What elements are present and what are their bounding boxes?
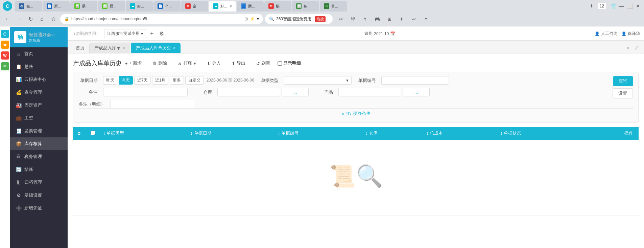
app-icon-chanjet[interactable]: C	[1, 30, 9, 38]
sidebar-item-checkout[interactable]: 🔄 结账	[10, 163, 68, 176]
detail-remark-input[interactable]	[111, 100, 195, 108]
user-avatar[interactable]: 👤 徐泽华	[621, 31, 640, 37]
page-tab-list[interactable]: 产成品入库单 ×	[89, 43, 130, 53]
warehouse-input[interactable]	[217, 88, 280, 96]
org-settings-button[interactable]: ⚙	[158, 30, 165, 37]
close-window-button[interactable]: ✕	[635, 3, 641, 9]
sidebar-item-inventory[interactable]: 📦 库存核算	[10, 137, 68, 150]
browser-tabs: 在 在... 📄 新... 📊 易... 📊 易... ☁ 好...	[15, 1, 586, 12]
breadcrumb-home[interactable]: 首页	[72, 43, 89, 53]
warehouse-ellipsis[interactable]: ...	[282, 88, 309, 96]
date-btn-1month[interactable]: 近1月	[152, 76, 169, 85]
refresh-button[interactable]: ↺ 刷新	[253, 59, 273, 68]
app-icon-email[interactable]: ✉	[1, 62, 9, 70]
print-button[interactable]: 🖨 打印 ▾	[174, 59, 199, 68]
date-btn-custom[interactable]: 自定义	[185, 76, 204, 85]
browser-tab-2[interactable]: 📄 新...	[43, 1, 70, 12]
browser-tab-4[interactable]: 📊 易...	[98, 1, 125, 12]
minimize-button[interactable]: —	[618, 3, 625, 9]
app-icon-weibo[interactable]: W	[1, 51, 9, 60]
bill-type-select[interactable]: ▾	[284, 76, 352, 85]
col-bill-type[interactable]: ↕ 单据类型	[99, 127, 186, 140]
browser-tab-7[interactable]: C 企...	[181, 1, 208, 12]
cut-icon-btn[interactable]: ✂	[336, 14, 345, 24]
bill-no-input[interactable]	[381, 76, 449, 85]
col-bill-no[interactable]: ↕ 单据编号	[274, 127, 361, 140]
browser-tab-8[interactable]: ☁ 好... ×	[209, 1, 236, 12]
sidebar-item-cloud-report[interactable]: 📊 云报表中心	[10, 73, 68, 86]
sidebar-item-payroll[interactable]: 💼 工资	[10, 112, 68, 125]
browser-tab-11[interactable]: 📊 各...	[292, 1, 319, 12]
sidebar-item-tax[interactable]: 🏛 税务管理	[10, 150, 68, 163]
sidebar-item-archive[interactable]: 🗄 归档管理	[10, 176, 68, 189]
help-button[interactable]: 👤 人工咨询	[595, 31, 617, 37]
sidebar-item-settings[interactable]: ⚙ 基础设置	[10, 189, 68, 202]
select-all-checkbox[interactable]	[91, 131, 95, 135]
sidebar-item-invoice[interactable]: 🧾 发票管理	[10, 125, 68, 137]
sidebar-item-new-voucher[interactable]: ➕ 新增凭证	[10, 202, 68, 215]
sidebar-label-new-voucher: 新增凭证	[24, 205, 42, 211]
sun-icon-btn[interactable]: ☀	[397, 14, 406, 24]
tab-history-close[interactable]: ×	[173, 46, 175, 50]
collapse-bar[interactable]: ∧ 收起更多条件	[79, 108, 633, 118]
date-btn-yesterday[interactable]: 昨天	[103, 76, 117, 85]
tab-list-close[interactable]: ×	[123, 46, 125, 50]
browser-tab-1[interactable]: 在 在...	[15, 1, 42, 12]
browser-tab-3[interactable]: 📊 易...	[70, 1, 97, 12]
date-btn-more[interactable]: 更多	[170, 76, 184, 85]
remark-input[interactable]	[103, 88, 188, 96]
browser-tab-10[interactable]: M 畅...	[264, 1, 291, 12]
tab-8-close[interactable]: ×	[230, 4, 232, 8]
translate-icon-btn[interactable]: 译	[348, 14, 358, 24]
filter-main: 单据日期 昨天 今天 近7天 近1月 更多 自定义 2023-06-06 至 2…	[79, 76, 633, 108]
add-button[interactable]: + + 新增	[122, 59, 145, 68]
import-button[interactable]: ⬇ 导入	[204, 59, 224, 68]
grid-view-btn[interactable]: ⊞	[385, 14, 394, 24]
query-button[interactable]: 查询	[613, 76, 633, 86]
col-bill-date[interactable]: ↕ 单据日期	[186, 127, 273, 140]
col-bill-status[interactable]: ↕ 单据状态	[496, 127, 583, 140]
browser-tab-6[interactable]: 📄 个...	[153, 1, 181, 12]
add-org-button[interactable]: +	[149, 30, 155, 37]
sidebar-item-fund[interactable]: 💰 资金管理	[10, 86, 68, 99]
col-warehouse[interactable]: ↕ 仓库	[361, 127, 422, 140]
product-input[interactable]	[338, 88, 401, 96]
date-btn-7days[interactable]: 近7天	[134, 76, 151, 85]
search-box[interactable]: 🔍 360智能抠图免费用 热搜	[265, 14, 333, 24]
browser-tab-12[interactable]: S 目...	[320, 1, 347, 12]
product-ellipsis[interactable]: ...	[403, 88, 430, 96]
back-button[interactable]: ←	[3, 14, 12, 24]
sidebar-item-home[interactable]: ⌂ 首页	[10, 47, 68, 60]
history-icon-btn[interactable]: ↩	[409, 14, 419, 24]
game-icon-btn[interactable]: 🎮	[373, 14, 382, 24]
date-btn-today[interactable]: 今天	[119, 76, 133, 85]
more-settings-btn[interactable]: ≡	[421, 14, 431, 24]
sidebar-item-general-ledger[interactable]: 📋 总账	[10, 60, 68, 73]
app-icon-orange[interactable]: ★	[1, 41, 9, 49]
filter-setting-button[interactable]: 设置	[613, 88, 633, 98]
new-tab-button[interactable]: +	[587, 1, 596, 11]
col-settings[interactable]: ⚙	[73, 127, 87, 140]
browser-tab-5[interactable]: ☁ 好...	[126, 1, 153, 12]
sidebar-item-fixed-assets[interactable]: 🏭 固定资产	[10, 99, 68, 112]
org-selector[interactable]: 江西服宝测试专用 ▾	[104, 29, 146, 38]
col-checkbox[interactable]	[87, 127, 99, 140]
browser-tab-9[interactable]: 🟦 腾...	[237, 1, 264, 12]
yen-icon-btn[interactable]: ¥	[360, 14, 370, 24]
bookmark-button[interactable]: ☆	[49, 14, 58, 24]
close-content-button[interactable]: ×	[624, 45, 632, 51]
export-button[interactable]: ⬆ 导出	[228, 59, 249, 68]
home-button[interactable]: ⌂	[37, 14, 47, 24]
forward-button[interactable]: →	[14, 14, 24, 24]
expand-content-button[interactable]: ⤢	[633, 45, 640, 51]
maximize-button[interactable]: ⬜	[626, 3, 633, 9]
page-tab-history[interactable]: 产成品入库单历史 ×	[131, 43, 181, 53]
show-detail-checkbox[interactable]	[278, 61, 282, 66]
reload-button[interactable]: ↻	[26, 14, 35, 24]
address-bar[interactable]: 🔒 https://cloud.chanjet.com/accounting/u…	[60, 14, 263, 24]
date-range-text: 2023-06-06 至 2023-06-06	[206, 77, 254, 83]
address-chevron[interactable]: ▾	[257, 17, 259, 21]
delete-button[interactable]: 🗑 删除	[149, 59, 170, 68]
org-name: 江西服宝测试专用	[107, 31, 140, 37]
col-total-cost[interactable]: ↕ 总成本	[422, 127, 496, 140]
